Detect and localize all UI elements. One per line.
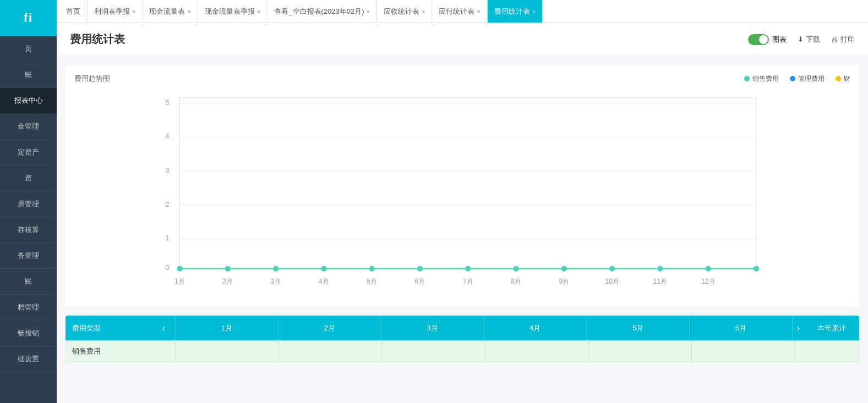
legend-admin: 管理费用 [790,74,825,84]
svg-text:5: 5 [165,99,169,107]
sidebar-item-10[interactable]: 档管理 [0,295,57,321]
svg-text:5月: 5月 [367,278,377,285]
svg-point-21 [561,266,567,271]
chart-title: 费用趋势图 [74,74,110,84]
chart-section: 费用趋势图 销售费用 管理费用 财 [65,65,859,307]
svg-point-13 [177,266,182,271]
svg-text:0: 0 [165,264,169,272]
sidebar-item-8[interactable]: 务管理 [0,243,57,269]
th-type: 费用类型 ‹ [65,316,176,340]
tab-home[interactable]: 首页 [59,0,88,23]
sidebar-item-3[interactable]: 金管理 [0,114,57,140]
sidebar-item-0[interactable]: 页 [0,36,57,62]
header-actions: 图表 ⬇ 下载 🖨 打印 [748,34,855,45]
svg-text:1: 1 [165,234,169,242]
svg-text:11月: 11月 [653,278,668,285]
tab-1[interactable]: 利润表季报 × [88,0,143,23]
td-month-0-5 [589,340,692,362]
th-month-2: 2月 [279,316,381,340]
td-month-0-1 [176,340,279,362]
svg-point-20 [513,266,518,271]
chart-header: 费用趋势图 销售费用 管理费用 财 [74,74,850,84]
sidebar-item-1[interactable]: 账 [0,62,57,88]
sidebar-item-4[interactable]: 定资产 [0,140,57,165]
tab-2[interactable]: 现金流量表 × [143,0,198,23]
page-title: 费用统计表 [70,32,125,47]
print-button[interactable]: 🖨 打印 [831,35,855,45]
svg-point-15 [273,266,279,271]
sidebar-item-5[interactable]: 资 [0,165,57,191]
table-row-0: 销售费用 [65,340,859,362]
th-month-3: 3月 [381,316,484,340]
svg-point-25 [754,266,759,271]
legend-label-admin: 管理费用 [798,74,825,84]
sidebar: fi 页 账 报表中心 金管理 定资产 资 票管理 存核算 务管理 账 档管理 … [0,0,57,403]
tab-7[interactable]: 费用统计表 × [488,0,543,23]
chart-svg: 5 4 3 2 1 0 [74,89,850,298]
table-section: 费用类型 ‹ 1月 2月 3月 4月 5月 6月 › 本年累计 销售费用 [65,316,859,362]
legend-finance: 财 [836,74,850,84]
th-month-5: 5月 [587,316,690,340]
sidebar-item-9[interactable]: 账 [0,269,57,295]
th-month-4: 4月 [484,316,587,340]
svg-text:7月: 7月 [463,278,473,285]
tab-6[interactable]: 应付统计表 × [432,0,487,23]
sidebar-item-7[interactable]: 存核算 [0,217,57,243]
chart-toggle-label: 图表 [772,35,787,45]
tab-3[interactable]: 现金流量表季报 × [198,0,268,23]
svg-text:9月: 9月 [559,278,569,285]
svg-point-14 [225,266,231,271]
svg-text:1月: 1月 [174,278,185,285]
td-month-0-6 [692,340,795,362]
legend-dot-finance [836,76,841,81]
sidebar-logo: fi [0,0,57,36]
chart-toggle-wrap: 图表 [748,34,787,45]
th-total: 本年累计 [804,316,859,340]
svg-text:3月: 3月 [271,278,281,285]
download-button[interactable]: ⬇ 下载 [798,35,820,45]
legend-label-sales: 销售费用 [752,74,779,84]
svg-text:6月: 6月 [415,278,425,285]
tab-close-3[interactable]: × [257,8,260,15]
th-month-6: 6月 [690,316,793,340]
tab-close-6[interactable]: × [477,8,480,15]
tab-bar: 首页 利润表季报 × 现金流量表 × 现金流量表季报 × 查看_空白报表(202… [57,0,868,23]
print-icon: 🖨 [831,35,838,43]
legend-sales: 销售费用 [744,74,779,84]
legend-dot-sales [744,76,750,81]
chart-legend: 销售费用 管理费用 财 [744,74,850,84]
tab-close-4[interactable]: × [367,8,370,15]
tab-5[interactable]: 应收统计表 × [377,0,432,23]
td-month-0-4 [485,340,589,362]
svg-point-17 [369,266,375,271]
svg-text:8月: 8月 [511,278,521,285]
tab-close-5[interactable]: × [422,8,425,15]
svg-point-22 [609,266,615,271]
svg-text:3: 3 [165,167,169,174]
svg-point-23 [657,266,663,271]
tab-close-1[interactable]: × [132,8,135,15]
tab-4[interactable]: 查看_空白报表(2023年02月) × [268,0,377,23]
download-icon: ⬇ [798,35,804,43]
tab-close-7[interactable]: × [532,8,536,15]
svg-text:2月: 2月 [222,278,233,285]
sidebar-item-2[interactable]: 报表中心 [0,88,57,114]
svg-text:4: 4 [165,133,169,140]
sidebar-item-6[interactable]: 票管理 [0,191,57,217]
tab-close-2[interactable]: × [187,8,190,15]
th-month-1: 1月 [176,316,279,340]
sidebar-item-12[interactable]: 础设置 [0,346,57,372]
next-arrow[interactable]: › [793,323,804,333]
svg-text:2: 2 [165,201,169,208]
chart-area: 5 4 3 2 1 0 [74,89,850,298]
main-area: 首页 利润表季报 × 现金流量表 × 现金流量表季报 × 查看_空白报表(202… [57,0,868,403]
sidebar-item-11[interactable]: 畅报销 [0,321,57,346]
chart-toggle[interactable] [748,34,769,45]
svg-text:10月: 10月 [605,278,619,285]
prev-arrow[interactable]: ‹ [159,323,168,333]
legend-dot-admin [790,76,795,81]
svg-point-19 [465,266,471,271]
table-header-row: 费用类型 ‹ 1月 2月 3月 4月 5月 6月 › 本年累计 [65,316,859,340]
legend-label-finance: 财 [844,74,850,84]
td-month-0-2 [279,340,383,362]
